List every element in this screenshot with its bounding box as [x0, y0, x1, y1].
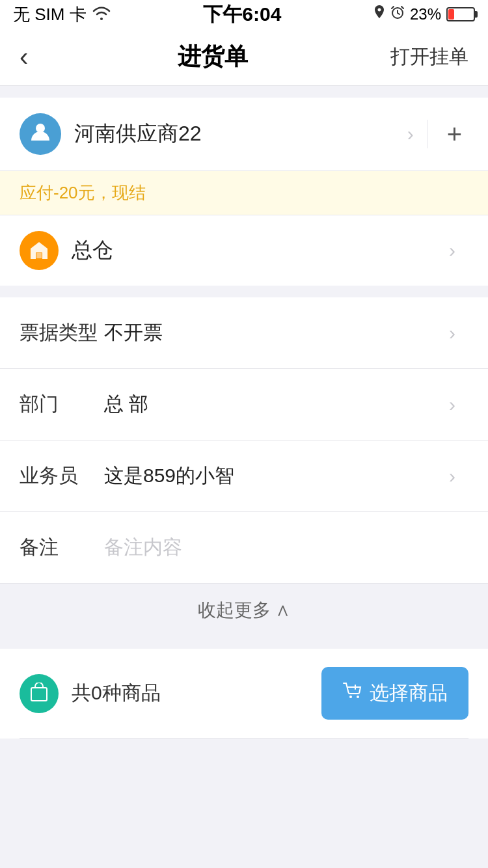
person-icon	[29, 120, 52, 149]
form-section: 票据类型 不开票 › 部门 总 部 › 业务员 这是859的小智 › 备注 备注…	[0, 297, 488, 583]
location-icon	[373, 5, 385, 23]
remark-value[interactable]: 备注内容	[104, 534, 468, 561]
department-row[interactable]: 部门 总 部 ›	[0, 369, 488, 441]
supplier-divider	[427, 120, 427, 148]
page-title: 进货单	[178, 41, 248, 73]
carrier-label: 无 SIM 卡	[13, 3, 87, 26]
wifi-icon	[92, 5, 111, 25]
product-section: 共0种商品 选择商品	[0, 649, 488, 739]
open-pending-button[interactable]: 打开挂单	[390, 44, 468, 70]
product-icon	[20, 674, 59, 713]
select-product-label: 选择商品	[370, 680, 448, 707]
product-count-label: 共0种商品	[72, 680, 321, 707]
supplier-chevron-icon: ›	[407, 123, 414, 145]
collapse-row[interactable]: 收起更多 ∧	[0, 583, 488, 637]
supplier-section: 河南供应商22 › + 应付-20元，现结 总仓 ›	[0, 98, 488, 286]
back-button[interactable]: ‹	[13, 36, 34, 78]
warehouse-icon	[20, 231, 59, 270]
warehouse-chevron-icon: ›	[449, 239, 455, 262]
notice-text: 应付-20元，现结	[20, 183, 146, 202]
battery-percent: 23%	[410, 5, 441, 23]
warehouse-row[interactable]: 总仓 ›	[0, 215, 488, 286]
status-left: 无 SIM 卡	[13, 3, 111, 26]
select-product-button[interactable]: 选择商品	[321, 667, 468, 720]
status-bar: 无 SIM 卡 下午6:04 23%	[0, 0, 488, 29]
invoice-type-value: 不开票	[104, 319, 449, 346]
department-label: 部门	[20, 391, 104, 418]
warehouse-name: 总仓	[72, 236, 449, 265]
supplier-row[interactable]: 河南供应商22 › +	[0, 98, 488, 171]
battery-icon	[446, 7, 475, 21]
cart-icon	[342, 682, 363, 705]
salesperson-label: 业务员	[20, 463, 104, 489]
invoice-type-label: 票据类型	[20, 319, 104, 346]
remark-label: 备注	[20, 534, 104, 561]
department-chevron-icon: ›	[449, 394, 455, 416]
notice-bar: 应付-20元，现结	[0, 171, 488, 215]
salesperson-value: 这是859的小智	[104, 463, 449, 489]
status-right: 23%	[373, 5, 475, 23]
collapse-label: 收起更多 ∧	[198, 598, 291, 623]
add-supplier-button[interactable]: +	[441, 116, 468, 152]
invoice-type-row[interactable]: 票据类型 不开票 ›	[0, 297, 488, 369]
salesperson-chevron-icon: ›	[449, 465, 455, 487]
product-row: 共0种商品 选择商品	[20, 649, 468, 739]
svg-point-1	[36, 124, 45, 133]
svg-rect-3	[36, 253, 42, 258]
alarm-icon	[390, 5, 405, 23]
svg-point-6	[357, 696, 359, 698]
status-time: 下午6:04	[203, 1, 281, 28]
supplier-name: 河南供应商22	[74, 120, 407, 148]
nav-bar: ‹ 进货单 打开挂单	[0, 29, 488, 86]
background-filler	[0, 739, 488, 868]
department-value: 总 部	[104, 391, 449, 418]
salesperson-row[interactable]: 业务员 这是859的小智 ›	[0, 441, 488, 512]
invoice-chevron-icon: ›	[449, 322, 455, 344]
divider-top	[0, 86, 488, 98]
svg-point-5	[349, 696, 352, 698]
svg-rect-4	[31, 688, 47, 701]
supplier-avatar	[20, 113, 61, 155]
remark-row[interactable]: 备注 备注内容	[0, 512, 488, 583]
